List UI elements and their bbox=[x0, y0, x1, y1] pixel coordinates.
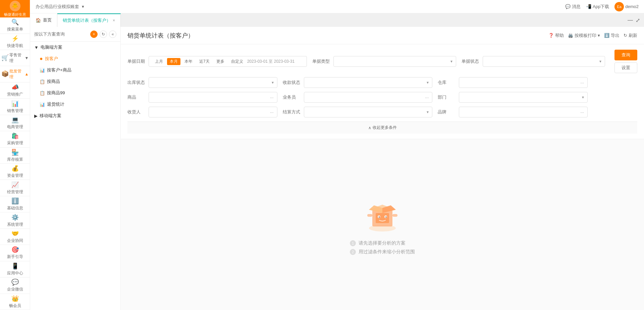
filter-type: 单据类型 ▾ bbox=[312, 56, 456, 67]
tab-minimize-btn[interactable]: — bbox=[628, 17, 633, 23]
main: 办公用品行业模拟账套 ▾ 💬 消息 📲 App下载 Ea demo2 🏠 首页 bbox=[30, 0, 644, 310]
department-control[interactable]: ▾ bbox=[459, 92, 588, 103]
tab-expand-btn[interactable]: ⤢ bbox=[636, 17, 640, 23]
settings-button[interactable]: 设置 bbox=[614, 62, 637, 73]
sidebar-item-marketing[interactable]: 📣 营销推广 bbox=[0, 83, 30, 99]
chevron-down-icon: ▼ bbox=[34, 45, 39, 50]
sidebar-item-quicknav[interactable]: ⚡ 快捷导航 bbox=[0, 34, 30, 50]
more-date-btn[interactable]: 更多 bbox=[214, 58, 227, 65]
left-panel-actions: + ↻ « bbox=[90, 31, 116, 38]
sidebar-item-inventory[interactable]: 🏪 库存核算 bbox=[0, 148, 30, 164]
empty-messages: 1 请先选择要分析的方案 2 用过滤条件来缩小分析范围 bbox=[350, 240, 415, 255]
sidebar-item-system[interactable]: ⚙️ 系统管理 bbox=[0, 212, 30, 228]
refresh-scheme-btn[interactable]: ↻ bbox=[100, 31, 107, 38]
filter-out-status: 出库状态 ▾ bbox=[127, 77, 277, 88]
finance-icon: 💰 bbox=[11, 165, 19, 172]
export-btn[interactable]: ⬇️ 导出 bbox=[604, 33, 620, 39]
settlement-label: 结算方式 bbox=[283, 109, 301, 115]
sidebar-item-retail[interactable]: 🛒 零售管理 ▼ bbox=[0, 50, 30, 66]
sidebar-item-sales[interactable]: 📊 销售管理 bbox=[0, 99, 30, 115]
message-btn[interactable]: 💬 消息 bbox=[565, 4, 581, 10]
tab-close-icon[interactable]: × bbox=[113, 18, 115, 23]
page-title-actions: ❓ 帮助 🖨️ 按模板打印 ▾ ⬇️ 导出 ↻ 刷新 bbox=[548, 33, 637, 39]
desktop-group-header[interactable]: ▼ 电脑端方案 bbox=[30, 42, 120, 53]
date-control[interactable]: 上月 本月 本年 近7天 更多 自定义 2023-03-01 至 2023-03… bbox=[149, 56, 307, 67]
empty-message-2: 2 用过滤条件来缩小分析范围 bbox=[350, 249, 415, 255]
tree-item-by-customer-product[interactable]: 📊 按客户+商品 bbox=[36, 64, 120, 76]
salesperson-control[interactable]: ··· bbox=[304, 92, 433, 103]
warehouse-control[interactable]: ··· bbox=[459, 77, 588, 88]
svg-rect-5 bbox=[376, 213, 389, 223]
retail-arrow: ▼ bbox=[25, 56, 29, 60]
sidebar-item-operations[interactable]: 📈 经营管理 bbox=[0, 180, 30, 196]
tree-item-by-product-99[interactable]: 📋 按商品99 bbox=[36, 87, 120, 99]
sidebar-item-purchase[interactable]: 🛍️ 采购管理 bbox=[0, 131, 30, 147]
template-print-btn[interactable]: 🖨️ 按模板打印 ▾ bbox=[568, 33, 600, 39]
tree-item-return-stats[interactable]: 📊 退货统计 bbox=[36, 99, 120, 110]
mobile-group-header[interactable]: ▶ 移动端方案 bbox=[30, 110, 120, 121]
filter-warehouse: 仓库 ··· bbox=[438, 77, 588, 88]
sidebar-item-wholesale[interactable]: 📦 批发管理 ▲ bbox=[0, 66, 30, 82]
settlement-control[interactable]: ▾ bbox=[304, 107, 433, 117]
warehouse-label: 仓库 bbox=[438, 80, 456, 86]
chevron-right-icon: ▶ bbox=[34, 113, 38, 118]
left-panel-title: 按以下方案查询 bbox=[34, 31, 88, 37]
query-button[interactable]: 查询 bbox=[614, 50, 637, 60]
sidebar-item-basic[interactable]: ℹ️ 基础信息 bbox=[0, 196, 30, 212]
tree-item-by-customer[interactable]: ● 按客户 bbox=[36, 53, 120, 64]
refresh-icon: ↻ bbox=[624, 33, 627, 38]
header-right: 💬 消息 📲 App下载 Ea demo2 bbox=[565, 2, 639, 11]
filter-row-4: 收货人 ··· 结算方式 ▾ 品牌 bbox=[127, 107, 637, 117]
sidebar-item-search[interactable]: 🔍 搜索菜单 bbox=[0, 17, 30, 34]
custom-date-btn[interactable]: 自定义 bbox=[228, 58, 246, 65]
wechat-icon: 💬 bbox=[11, 278, 19, 286]
filter-row-3: 商品 ··· 业务员 ··· 部门 bbox=[127, 92, 637, 103]
out-status-label: 出库状态 bbox=[127, 80, 146, 86]
member-icon: 👑 bbox=[11, 295, 19, 302]
data-area: 1 请先选择要分析的方案 2 用过滤条件来缩小分析范围 bbox=[121, 139, 644, 310]
salesperson-label: 业务员 bbox=[283, 94, 301, 100]
last-month-btn[interactable]: 上月 bbox=[152, 58, 166, 65]
tab-sales-stats[interactable]: 销货单统计表（按客户） × bbox=[57, 13, 121, 27]
refresh-btn[interactable]: ↻ 刷新 bbox=[624, 33, 637, 39]
svg-rect-10 bbox=[367, 214, 372, 217]
product-control[interactable]: ··· bbox=[149, 92, 277, 103]
desktop-group-label: 电脑端方案 bbox=[41, 44, 62, 50]
this-year-btn[interactable]: 本年 bbox=[182, 58, 195, 65]
out-status-control[interactable]: ▾ bbox=[149, 77, 277, 88]
collapse-panel-btn[interactable]: « bbox=[109, 31, 116, 38]
user-profile[interactable]: Ea demo2 bbox=[614, 2, 639, 11]
status-control[interactable]: ▾ bbox=[483, 56, 605, 67]
tab-actions: — ⤢ bbox=[628, 17, 644, 23]
sidebar-item-member[interactable]: 👑 畅会员 bbox=[0, 294, 30, 310]
department-chevron-icon: ▾ bbox=[582, 95, 584, 100]
home-icon: 🏠 bbox=[36, 18, 41, 23]
help-btn[interactable]: ❓ 帮助 bbox=[548, 33, 564, 39]
type-control[interactable]: ▾ bbox=[333, 56, 456, 67]
filter-date: 单据日期 上月 本月 本年 近7天 更多 自定义 2023-03-01 至 20… bbox=[127, 56, 307, 67]
last7-btn[interactable]: 近7天 bbox=[197, 58, 212, 65]
page-title-bar: 销货单统计表（按客户） ❓ 帮助 🖨️ 按模板打印 ▾ ⬇️ 导出 bbox=[121, 27, 644, 44]
sidebar-item-appstore[interactable]: 📱 应用中心 bbox=[0, 261, 30, 277]
system-icon: ⚙️ bbox=[11, 214, 19, 221]
type-label: 单据类型 bbox=[312, 58, 331, 64]
purchase-icon: 🛍️ bbox=[11, 132, 19, 140]
collapse-bar[interactable]: ∧ 收起更多条件 bbox=[127, 121, 637, 134]
receiver-control[interactable]: ··· bbox=[149, 107, 277, 117]
sidebar-item-cooperation[interactable]: 🤝 企业协同 bbox=[0, 229, 30, 245]
sidebar-item-newbie[interactable]: 🎯 新手引导 bbox=[0, 245, 30, 261]
sidebar-item-wechat[interactable]: 💬 企业微信 bbox=[0, 277, 30, 294]
logo-icon: 🐥 bbox=[10, 1, 20, 11]
tree-item-by-product[interactable]: 📋 按商品 bbox=[36, 76, 120, 87]
sidebar-item-finance[interactable]: 💰 资金管理 bbox=[0, 164, 30, 180]
marketing-icon: 📣 bbox=[11, 84, 19, 91]
add-scheme-btn[interactable]: + bbox=[90, 31, 98, 38]
sidebar-item-ecommerce[interactable]: 💻 电商管理 bbox=[0, 115, 30, 131]
breadcrumb-arrow[interactable]: ▾ bbox=[82, 4, 84, 9]
app-download-btn[interactable]: 📲 App下载 bbox=[586, 4, 609, 10]
tab-home[interactable]: 🏠 首页 bbox=[30, 13, 57, 27]
filter-settlement: 结算方式 ▾ bbox=[283, 107, 433, 117]
receipt-status-control[interactable]: ▾ bbox=[304, 77, 433, 88]
brand-control[interactable]: ··· bbox=[459, 107, 588, 117]
this-month-btn[interactable]: 本月 bbox=[167, 58, 180, 65]
